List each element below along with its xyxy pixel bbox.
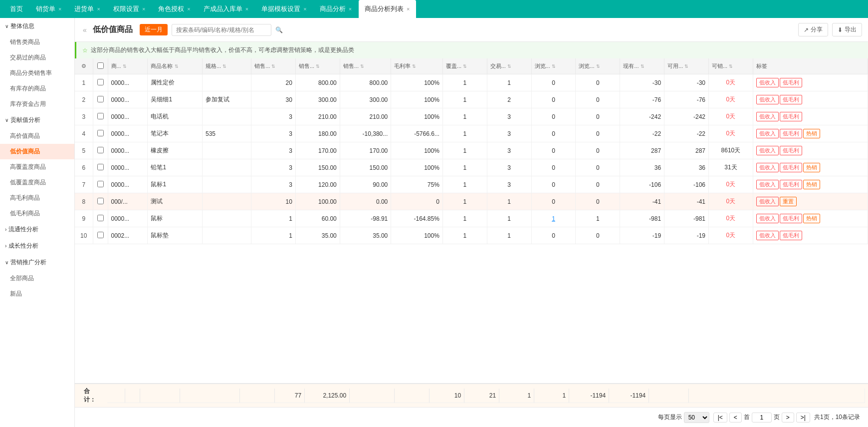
col-trade[interactable]: 交易... ⇅ [487, 58, 531, 74]
sidebar-item-low-value[interactable]: 低价值商品 [0, 144, 74, 159]
sidebar-item-high-coverage[interactable]: 高覆盖度商品 [0, 159, 74, 175]
nav-permission-settings[interactable]: 权限设置 × [107, 0, 151, 18]
last-page-button[interactable]: >| [796, 413, 810, 423]
row-checkbox[interactable] [97, 164, 104, 170]
sidebar-group-overview-title[interactable]: ∨ 整体信息 [0, 18, 74, 34]
current-stock: -76 [652, 96, 661, 103]
row-code-cell: 0000... [108, 91, 148, 108]
row-gross-margin-cell: 75% [391, 176, 443, 193]
info-icon: ☆ [82, 47, 88, 54]
row-checkbox[interactable] [97, 181, 104, 187]
sale-amount: 180.00 [318, 130, 337, 137]
row-view2-cell: 0 [576, 125, 620, 142]
close-icon[interactable]: × [187, 6, 190, 12]
nav-home[interactable]: 首页 [4, 0, 29, 18]
sidebar-item-high-margin[interactable]: 高毛利商品 [0, 190, 74, 206]
available-stock: -41 [697, 198, 705, 205]
sidebar-item-all-goods[interactable]: 全部商品 [0, 271, 74, 286]
row-checkbox[interactable] [97, 198, 104, 204]
col-sale-avg[interactable]: 销售... ⇅ [340, 58, 391, 74]
view2-value: 0 [596, 198, 600, 205]
col-name[interactable]: 商品名称 ⇅ [148, 58, 203, 74]
col-sale-qty[interactable]: 销售... ⇅ [251, 58, 296, 74]
sidebar-group-contribution-title[interactable]: ∨ 贡献值分析 [0, 112, 74, 128]
next-page-button[interactable]: > [782, 413, 794, 423]
close-icon[interactable]: × [97, 6, 100, 12]
close-icon[interactable]: × [303, 6, 306, 12]
sidebar-item-sales-goods[interactable]: 销售类商品 [0, 34, 74, 50]
close-icon[interactable]: × [349, 6, 352, 12]
sidebar-item-low-margin[interactable]: 低毛利商品 [0, 206, 74, 221]
product-name: 铅笔1 [151, 164, 166, 171]
table-row: 10 0002... 鼠标垫 1 35.00 35.00 100% 1 1 0 … [75, 227, 868, 244]
row-checkbox[interactable] [97, 215, 104, 221]
sidebar-item-stock-capital[interactable]: 库存资金占用 [0, 96, 74, 112]
prev-page-button[interactable]: < [729, 413, 742, 423]
row-trade-cell: 3 [487, 159, 531, 176]
row-checkbox[interactable] [97, 113, 104, 119]
row-checkbox[interactable] [97, 96, 104, 102]
time-filter-button[interactable]: 近一月 [140, 24, 168, 35]
row-current-stock-cell: 287 [620, 142, 664, 159]
export-button[interactable]: ⬇ 导出 [832, 23, 862, 36]
sidebar-item-category-rate[interactable]: 商品分类销售率 [0, 65, 74, 81]
sale-amount: 170.00 [318, 147, 337, 154]
col-current-stock[interactable]: 现有... ⇅ [620, 58, 664, 74]
row-checkbox[interactable] [97, 79, 104, 85]
col-view1[interactable]: 浏览... ⇅ [531, 58, 576, 74]
pagination: 每页显示 50 100 200 |< < 首 页 > >| 共1页，10条记录 [75, 407, 868, 427]
row-checkbox[interactable] [97, 147, 104, 153]
view1-link[interactable]: 1 [552, 215, 555, 222]
col-coverage[interactable]: 覆盖... ⇅ [442, 58, 487, 74]
row-coverage-cell: 1 [442, 159, 487, 176]
row-trade-cell: 3 [487, 176, 531, 193]
col-settings[interactable]: ⚙ [75, 58, 93, 74]
sidebar-item-low-coverage[interactable]: 低覆盖度商品 [0, 175, 74, 190]
col-view2[interactable]: 浏览... ⇅ [576, 58, 620, 74]
nav-sales-order[interactable]: 销货单 × [30, 0, 67, 18]
nav-product-analysis[interactable]: 商品分析 × [314, 0, 358, 18]
nav-product-storage[interactable]: 产成品入库单 × [198, 0, 254, 18]
search-icon[interactable]: 🔍 [275, 26, 283, 33]
sidebar-group-circulation-title[interactable]: › 流通性分析 [0, 221, 74, 238]
sidebar-group-marketing-title[interactable]: ∨ 营销推广分析 [0, 254, 74, 271]
close-icon[interactable]: × [245, 6, 248, 12]
col-available[interactable]: 可用... ⇅ [664, 58, 709, 74]
row-sale-avg-cell: 150.00 [340, 159, 391, 176]
col-spec[interactable]: 规格... ⇅ [202, 58, 251, 74]
col-gross-margin[interactable]: 毛利率 ⇅ [391, 58, 443, 74]
share-button[interactable]: ↗ 分享 [798, 23, 828, 36]
sale-amount: 100.00 [318, 198, 337, 205]
close-icon[interactable]: × [58, 6, 61, 12]
sidebar-item-new-goods[interactable]: 新品 [0, 286, 74, 302]
nav-role-auth[interactable]: 角色授权 × [152, 0, 196, 18]
row-checkbox[interactable] [97, 232, 104, 238]
nav-product-analysis-list[interactable]: 商品分析列表 × [359, 0, 416, 18]
select-all-checkbox[interactable] [97, 62, 104, 69]
sidebar-item-traded-goods[interactable]: 交易过的商品 [0, 50, 74, 65]
nav-template-settings[interactable]: 单据模板设置 × [255, 0, 312, 18]
table-row: 6 0000... 铅笔1 3 150.00 150.00 100% 1 3 0… [75, 159, 868, 176]
product-name: 橡皮擦 [151, 147, 169, 154]
close-icon[interactable]: × [407, 6, 410, 12]
col-saleable[interactable]: 可销... ⇅ [709, 58, 753, 74]
row-number: 10 [80, 232, 87, 239]
sidebar-item-stocked-goods[interactable]: 有库存的商品 [0, 81, 74, 96]
current-stock: -242 [649, 113, 661, 120]
row-sale-avg-cell: -10,380... [340, 125, 391, 142]
row-tags-cell: 低收入低毛利 [753, 108, 868, 125]
sale-qty: 1 [289, 232, 292, 239]
nav-purchase-order[interactable]: 进货单 × [68, 0, 106, 18]
row-checkbox[interactable] [97, 130, 104, 136]
col-sale-amount[interactable]: 销售... ⇅ [295, 58, 340, 74]
close-icon[interactable]: × [142, 6, 145, 12]
page-number-input[interactable] [752, 413, 772, 423]
first-page-button[interactable]: |< [713, 413, 727, 423]
search-input[interactable] [172, 24, 271, 36]
per-page-select[interactable]: 50 100 200 [684, 412, 709, 423]
col-code[interactable]: 商... ⇅ [108, 58, 148, 74]
sidebar-item-high-value[interactable]: 高价值商品 [0, 128, 74, 144]
sidebar-collapse-button[interactable]: « [81, 25, 89, 35]
sidebar-group-growth-title[interactable]: › 成长性分析 [0, 238, 74, 254]
row-spec-cell [202, 176, 251, 193]
